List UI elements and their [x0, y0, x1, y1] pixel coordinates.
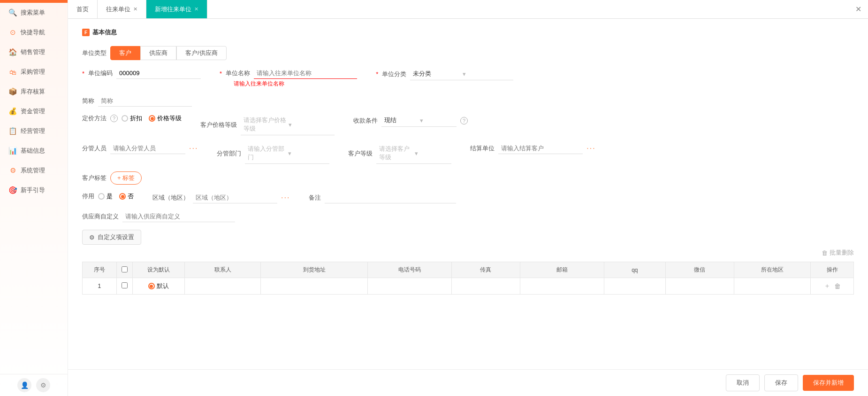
unit-category-chevron: ▾	[463, 70, 510, 78]
row-address-input[interactable]	[286, 283, 343, 289]
row-phone[interactable]	[367, 278, 451, 295]
quicknav-icon: ⊙	[8, 28, 17, 37]
department-select[interactable]: 请输入分管部门 ▾	[245, 143, 329, 164]
row-contact[interactable]	[184, 278, 261, 295]
cancel-button[interactable]: 取消	[726, 374, 760, 391]
sidebar-item-inventory[interactable]: 📦 库存核算	[0, 82, 68, 101]
payment-select[interactable]: 现结 ▾	[381, 114, 457, 127]
row-region-input[interactable]	[754, 283, 791, 289]
table-body: 1 默认	[83, 278, 854, 295]
row-default: 默认	[132, 278, 184, 295]
sidebar-settings-icon[interactable]: ⚙	[36, 378, 50, 392]
tab-new-partner[interactable]: 新增往来单位 ✕	[146, 0, 207, 18]
pricing-help-icon[interactable]: ?	[110, 115, 118, 122]
sidebar-item-search[interactable]: 🔍 搜索菜单	[0, 3, 68, 23]
row-default-radio-inner	[150, 285, 153, 288]
row-wechat-input[interactable]	[683, 283, 716, 289]
sidebar-item-funds[interactable]: 💰 资金管理	[0, 101, 68, 121]
table-select-all[interactable]	[122, 266, 128, 272]
add-tag-button[interactable]: + 标签	[110, 171, 142, 185]
sidebar-item-purchase[interactable]: 🛍 采购管理	[0, 62, 68, 82]
unit-name-required-star: *	[220, 70, 222, 77]
cpl-select[interactable]: 请选择客户价格等级 ▾	[241, 114, 335, 135]
unit-name-input[interactable]	[254, 68, 357, 79]
tab-new-partner-close[interactable]: ✕	[194, 6, 198, 12]
sidebar-item-guide[interactable]: 🎯 新手引导	[0, 180, 68, 200]
row-wechat[interactable]	[665, 278, 734, 295]
row-email-input[interactable]	[541, 283, 583, 289]
row-qq[interactable]	[604, 278, 666, 295]
row-checkbox-cell[interactable]	[116, 278, 132, 295]
cpl-chevron: ▾	[289, 121, 332, 128]
customer-level-placeholder: 请选择客户等级	[379, 145, 413, 162]
pricing-discount-outer	[122, 115, 128, 122]
sidebar-item-ops[interactable]: 📋 经营管理	[0, 121, 68, 141]
pricing-discount-radio[interactable]: 折扣	[122, 114, 142, 123]
sidebar-item-sales[interactable]: 🏠 销售管理	[0, 42, 68, 62]
unit-category-value: 未分类	[413, 70, 461, 78]
unit-type-both-btn[interactable]: 客户/供应商	[176, 46, 227, 60]
row-qq-input[interactable]	[621, 283, 649, 289]
manager-field: 分管人员 ···	[82, 143, 198, 154]
inventory-icon: 📦	[8, 87, 17, 96]
th-checkbox[interactable]	[116, 262, 132, 278]
row-phone-input[interactable]	[388, 283, 431, 289]
payment-help-icon[interactable]: ?	[460, 117, 468, 124]
th-address: 到货地址	[261, 262, 367, 278]
pricing-level-radio[interactable]: 价格等级	[149, 114, 182, 123]
row-email[interactable]	[520, 278, 604, 295]
unit-type-supplier-btn[interactable]: 供应商	[140, 46, 176, 60]
sidebar-avatar[interactable]: 👤	[17, 378, 31, 392]
remark-input[interactable]	[325, 192, 456, 203]
disabled-label: 停用	[82, 192, 94, 201]
manager-row: 分管人员 ··· 分管部门 请输入分管部门 ▾ 客户等级 请选择客户等级 ▾	[82, 143, 854, 164]
row-checkbox[interactable]	[122, 282, 128, 288]
settlement-input[interactable]	[498, 143, 583, 154]
row-region[interactable]	[734, 278, 811, 295]
unit-category-select[interactable]: 未分类 ▾	[410, 68, 513, 80]
row-add-icon[interactable]: ＋	[824, 282, 830, 290]
manager-input[interactable]	[110, 143, 185, 154]
unit-code-input[interactable]	[116, 68, 201, 79]
row-fax[interactable]	[451, 278, 520, 295]
row-address[interactable]	[261, 278, 367, 295]
row-contact-input[interactable]	[204, 283, 242, 289]
payment-condition-field: 收款条件 现结 ▾ ?	[353, 114, 468, 127]
pricing-level-inner	[151, 117, 154, 120]
sidebar-item-system[interactable]: ⚙ 系统管理	[0, 161, 68, 180]
th-action: 操作	[811, 262, 854, 278]
unit-type-customer-btn[interactable]: 客户	[110, 46, 140, 60]
batch-delete-area[interactable]: 🗑 批量删除	[82, 248, 854, 257]
th-email: 邮箱	[520, 262, 604, 278]
row-default-radio[interactable]: 默认	[137, 282, 180, 290]
unit-code-label: 单位编码	[88, 69, 113, 78]
pricing-row: 定价方法 ? 折扣 价格等级 客户价格等级	[82, 114, 854, 135]
supplier-custom-input[interactable]	[122, 211, 235, 222]
custom-settings-button[interactable]: ⚙ 自定义项设置	[82, 230, 141, 245]
save-button[interactable]: 保存	[764, 374, 798, 391]
settlement-more-btn[interactable]: ···	[586, 144, 595, 153]
region-input[interactable]	[193, 192, 277, 203]
tab-bar: 首页 往来单位 ✕ 新增往来单位 ✕ ✕	[68, 0, 868, 19]
main-area: 首页 往来单位 ✕ 新增往来单位 ✕ ✕ F 基本信息 单位类型 客户 供应商	[68, 0, 868, 396]
disabled-yes-radio[interactable]: 是	[98, 192, 113, 201]
sidebar: 🔍 搜索菜单 ⊙ 快捷导航 🏠 销售管理 🛍 采购管理 📦 库存核算 💰 资金管…	[0, 0, 68, 396]
tab-home[interactable]: 首页	[68, 0, 98, 18]
sidebar-item-quicknav[interactable]: ⊙ 快捷导航	[0, 23, 68, 42]
customer-level-select[interactable]: 请选择客户等级 ▾	[376, 143, 451, 164]
abbreviation-input[interactable]	[98, 95, 192, 107]
th-wechat: 微信	[665, 262, 734, 278]
sidebar-label-guide: 新手引导	[21, 186, 45, 194]
disabled-no-radio[interactable]: 否	[119, 192, 134, 201]
save-and-new-button[interactable]: 保存并新增	[803, 375, 854, 391]
th-default: 设为默认	[132, 262, 184, 278]
row-fax-input[interactable]	[469, 283, 502, 289]
tab-partner-close[interactable]: ✕	[133, 6, 137, 12]
row-delete-icon[interactable]: 🗑	[834, 282, 841, 290]
region-more-btn[interactable]: ···	[281, 194, 290, 202]
row-default-label: 默认	[157, 282, 169, 290]
tab-bar-close-button[interactable]: ✕	[849, 5, 868, 14]
manager-more-btn[interactable]: ···	[189, 144, 198, 153]
tab-partner[interactable]: 往来单位 ✕	[98, 0, 146, 18]
sidebar-item-basic[interactable]: 📊 基础信息	[0, 141, 68, 161]
